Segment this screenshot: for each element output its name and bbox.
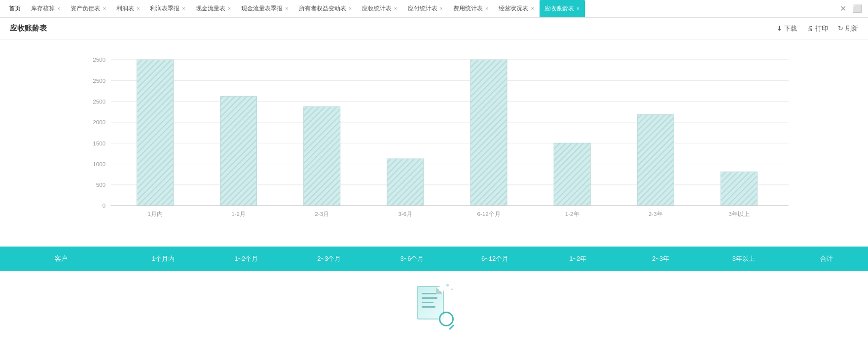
refresh-label: 刷新	[845, 24, 858, 33]
tab-close-profit-quarterly[interactable]: ×	[182, 6, 185, 11]
col-3to6month: 3~6个月	[370, 254, 453, 263]
svg-rect-23	[554, 143, 590, 206]
col-total: 合计	[785, 254, 868, 263]
tab-receivable-stats[interactable]: 应收统计表×	[357, 0, 402, 18]
tab-label-profit: 利润表	[116, 4, 134, 13]
tab-close-profit[interactable]: ×	[137, 6, 140, 11]
tab-label-home: 首页	[9, 4, 21, 13]
col-customer: 客户	[0, 254, 122, 263]
svg-text:3年以上: 3年以上	[728, 211, 749, 217]
header-actions: ⬇ 下载 🖨 打印 ↻ 刷新	[777, 24, 858, 33]
col-3yearplus: 3年以上	[702, 254, 785, 263]
download-button[interactable]: ⬇ 下载	[777, 24, 797, 33]
col-1to2month: 1~2个月	[205, 254, 288, 263]
tab-expense-stats[interactable]: 费用统计表×	[448, 0, 494, 18]
tab-profit-quarterly[interactable]: 利润表季报×	[145, 0, 190, 18]
tab-close-inventory[interactable]: ×	[57, 6, 60, 11]
page-title: 应收账龄表	[10, 24, 47, 33]
svg-rect-24	[637, 114, 674, 206]
svg-text:2500: 2500	[93, 98, 106, 105]
tab-equity[interactable]: 所有者权益变动表×	[294, 0, 357, 18]
tab-home[interactable]: 首页	[4, 0, 26, 18]
tab-label-aging: 应收账龄表	[544, 4, 574, 13]
tab-label-operations: 经营状况表	[499, 4, 528, 13]
svg-text:1-2年: 1-2年	[565, 211, 579, 217]
tab-label-profit-quarterly: 利润表季报	[150, 4, 180, 13]
chart-area: 2500 2500 2500 2000 1500 1000 500 0	[0, 39, 868, 247]
col-6to12month: 6~12个月	[454, 254, 537, 263]
col-1to2year: 1~2年	[537, 254, 619, 263]
tab-close-balance[interactable]: ×	[103, 6, 106, 11]
tab-close-payable-stats[interactable]: ×	[440, 6, 443, 11]
table-body	[0, 271, 868, 345]
svg-text:1月内: 1月内	[147, 211, 162, 217]
svg-text:2500: 2500	[93, 56, 106, 63]
page-header: 应收账龄表 ⬇ 下载 🖨 打印 ↻ 刷新	[0, 18, 868, 39]
tab-profit[interactable]: 利润表×	[111, 0, 145, 18]
tab-close-cashflow-quarterly[interactable]: ×	[285, 6, 288, 11]
tab-inventory[interactable]: 库存核算×	[26, 0, 66, 18]
svg-text:2000: 2000	[93, 119, 106, 125]
window-maximize-icon[interactable]: ⬜	[850, 3, 864, 14]
tab-label-balance: 资产负债表	[71, 4, 100, 13]
tab-label-cashflow-quarterly: 现金流量表季报	[241, 4, 283, 13]
tab-label-inventory: 库存核算	[31, 4, 55, 13]
svg-text:1-2月: 1-2月	[231, 211, 246, 217]
magnify-circle	[439, 312, 454, 326]
tab-label-receivable-stats: 应收统计表	[362, 4, 392, 13]
tab-label-payable-stats: 应付统计表	[408, 4, 437, 13]
col-2to3year: 2~3年	[619, 254, 702, 263]
refresh-icon: ↻	[838, 25, 843, 32]
print-label: 打印	[815, 24, 828, 33]
svg-rect-18	[137, 60, 173, 206]
tab-bar-actions: ✕ ⬜	[838, 3, 864, 14]
tab-bar: 首页库存核算×资产负债表×利润表×利润表季报×现金流量表×现金流量表季报×所有者…	[0, 0, 868, 18]
svg-text:2-3月: 2-3月	[315, 211, 329, 217]
tab-label-cashflow: 现金流量表	[196, 4, 225, 13]
refresh-button[interactable]: ↻ 刷新	[838, 24, 858, 33]
tab-cashflow-quarterly[interactable]: 现金流量表季报×	[236, 0, 293, 18]
svg-text:2-3年: 2-3年	[649, 211, 663, 217]
svg-text:1000: 1000	[93, 161, 106, 167]
svg-rect-19	[220, 96, 257, 206]
main-content: 2500 2500 2500 2000 1500 1000 500 0	[0, 39, 868, 355]
svg-text:0: 0	[103, 202, 106, 209]
svg-rect-20	[304, 106, 340, 206]
tab-close-operations[interactable]: ×	[531, 6, 534, 11]
tab-close-aging[interactable]: ×	[577, 6, 579, 11]
svg-text:1500: 1500	[93, 140, 106, 146]
col-2to3month: 2~3个月	[288, 254, 370, 263]
table-header: 客户 1个月内 1~2个月 2~3个月 3~6个月 6~12个月 1~2年 2~…	[0, 247, 868, 271]
tab-close-equity[interactable]: ×	[349, 6, 352, 11]
empty-illustration	[414, 286, 454, 330]
svg-text:6-12个月: 6-12个月	[477, 211, 500, 217]
tab-payable-stats[interactable]: 应付统计表×	[403, 0, 448, 18]
svg-rect-22	[470, 60, 507, 206]
window-close-icon[interactable]: ✕	[838, 3, 848, 14]
tab-label-equity: 所有者权益变动表	[299, 4, 346, 13]
tab-aging[interactable]: 应收账龄表×	[540, 0, 585, 18]
svg-text:3-6月: 3-6月	[398, 211, 412, 217]
svg-text:2500: 2500	[93, 77, 106, 84]
tab-label-expense-stats: 费用统计表	[453, 4, 483, 13]
tab-balance[interactable]: 资产负债表×	[66, 0, 111, 18]
svg-text:500: 500	[96, 181, 106, 188]
print-icon: 🖨	[807, 25, 813, 32]
svg-rect-21	[387, 159, 424, 206]
download-label: 下载	[784, 24, 797, 33]
print-button[interactable]: 🖨 打印	[807, 24, 828, 33]
tab-close-cashflow[interactable]: ×	[228, 6, 231, 11]
empty-state	[414, 286, 454, 330]
tab-close-expense-stats[interactable]: ×	[485, 6, 488, 11]
col-1month: 1个月内	[122, 254, 205, 263]
svg-rect-25	[721, 172, 757, 206]
download-icon: ⬇	[777, 25, 782, 32]
aging-chart: 2500 2500 2500 2000 1500 1000 500 0	[20, 49, 848, 232]
tab-cashflow[interactable]: 现金流量表×	[191, 0, 236, 18]
tab-operations[interactable]: 经营状况表×	[494, 0, 539, 18]
tab-close-receivable-stats[interactable]: ×	[394, 6, 397, 11]
